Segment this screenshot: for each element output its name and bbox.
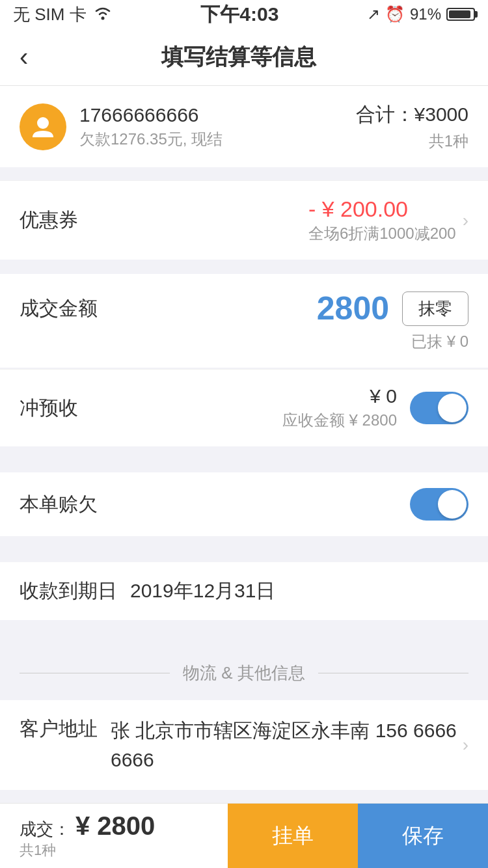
debt-label: 本单赊欠 bbox=[20, 491, 98, 518]
address-section[interactable]: 客户地址 张 北京市市辖区海淀区永丰南 156 6666 6666 › bbox=[0, 700, 488, 790]
debt-section: 本单赊欠 bbox=[0, 472, 488, 536]
precollect-amount-block: ¥ 0 应收金额 ¥ 2800 bbox=[282, 385, 397, 431]
duedate-value: 2019年12月31日 bbox=[130, 578, 275, 604]
debt-toggle-knob bbox=[438, 490, 467, 519]
status-left: 无 SIM 卡 bbox=[13, 3, 113, 26]
customer-total: 合计：¥3000 共1种 bbox=[356, 102, 468, 152]
precollect-toggle[interactable] bbox=[410, 392, 468, 424]
user-icon bbox=[30, 114, 56, 140]
precollect-right: ¥ 0 应收金额 ¥ 2800 bbox=[282, 385, 468, 431]
deal-right: 2800 抹零 bbox=[317, 290, 468, 327]
coupon-right: - ¥ 200.00 全场6折满1000减200 › bbox=[308, 197, 468, 244]
save-button[interactable]: 保存 bbox=[358, 804, 488, 868]
precollect-label: 冲预收 bbox=[20, 395, 78, 422]
precollect-row: 冲预收 ¥ 0 应收金额 ¥ 2800 bbox=[20, 385, 468, 431]
debt-toggle[interactable] bbox=[410, 488, 468, 521]
deal-label: 成交金额 bbox=[20, 295, 98, 322]
toggle-knob bbox=[438, 394, 467, 422]
address-value: 张 北京市市辖区海淀区永丰南 156 6666 6666 bbox=[111, 716, 463, 774]
section-gap-2 bbox=[0, 459, 488, 472]
nav-bar: ‹ 填写结算等信息 bbox=[0, 29, 488, 86]
svg-point-1 bbox=[37, 117, 49, 129]
deal-amount: 2800 bbox=[317, 290, 389, 327]
bottom-count: 共1种 bbox=[20, 841, 228, 860]
hold-button[interactable]: 挂单 bbox=[228, 804, 358, 868]
battery-percent: 91% bbox=[410, 5, 441, 23]
precollect-section: 冲预收 ¥ 0 应收金额 ¥ 2800 bbox=[0, 369, 488, 446]
section-gap-1 bbox=[0, 261, 488, 274]
section-gap-4 bbox=[0, 633, 488, 646]
coupon-label: 优惠券 bbox=[20, 207, 78, 234]
divider-line-left bbox=[20, 673, 170, 673]
address-label: 客户地址 bbox=[20, 716, 98, 742]
battery-icon bbox=[446, 8, 475, 21]
customer-info: 17666666666 欠款1276.35元, 现结 bbox=[79, 104, 223, 150]
precollect-amount: ¥ 0 bbox=[282, 385, 397, 407]
coupon-row[interactable]: 优惠券 - ¥ 200.00 全场6折满1000减200 › bbox=[0, 180, 488, 260]
location-icon: ↗ bbox=[367, 5, 380, 23]
customer-phone: 17666666666 bbox=[79, 104, 223, 126]
total-count: 共1种 bbox=[356, 131, 468, 152]
bottom-deal-label: 成交： bbox=[20, 818, 70, 841]
wifi-icon bbox=[93, 5, 113, 25]
customer-section: 17666666666 欠款1276.35元, 现结 合计：¥3000 共1种 bbox=[0, 86, 488, 167]
deal-row: 成交金额 2800 抹零 bbox=[20, 290, 468, 327]
divider-line-right bbox=[318, 673, 468, 673]
precollect-sub: 应收金额 ¥ 2800 bbox=[282, 410, 397, 431]
alarm-icon: ⏰ bbox=[385, 5, 405, 23]
coupon-desc: 全场6折满1000减200 bbox=[308, 223, 456, 244]
duedate-row: 收款到期日 2019年12月31日 bbox=[20, 578, 468, 604]
bottom-deal-row: 成交： ¥ 2800 bbox=[20, 811, 228, 841]
page-title: 填写结算等信息 bbox=[41, 42, 436, 72]
round-zero-button[interactable]: 抹零 bbox=[402, 292, 468, 326]
duedate-label: 收款到期日 bbox=[20, 578, 117, 604]
debt-row: 本单赊欠 bbox=[20, 488, 468, 521]
deal-sub: 已抹 ¥ 0 bbox=[20, 331, 468, 352]
customer-left: 17666666666 欠款1276.35元, 现结 bbox=[20, 103, 223, 150]
duedate-section: 收款到期日 2019年12月31日 bbox=[0, 562, 488, 620]
chevron-right-icon: › bbox=[463, 210, 468, 231]
status-bar: 无 SIM 卡 下午4:03 ↗ ⏰ 91% bbox=[0, 0, 488, 29]
bottom-deal-amount: ¥ 2800 bbox=[75, 811, 155, 841]
address-left: 客户地址 张 北京市市辖区海淀区永丰南 156 6666 6666 bbox=[20, 716, 463, 774]
status-time: 下午4:03 bbox=[200, 1, 278, 28]
back-button[interactable]: ‹ bbox=[20, 42, 41, 72]
customer-row: 17666666666 欠款1276.35元, 现结 合计：¥3000 共1种 bbox=[20, 102, 468, 152]
section-gap-3 bbox=[0, 549, 488, 562]
coupon-amount: - ¥ 200.00 bbox=[308, 197, 456, 222]
bottom-bar: 成交： ¥ 2800 共1种 挂单 保存 bbox=[0, 803, 488, 868]
address-chevron-icon: › bbox=[463, 735, 468, 755]
logistics-label: 物流 & 其他信息 bbox=[183, 662, 305, 685]
status-right: ↗ ⏰ 91% bbox=[367, 5, 475, 23]
avatar bbox=[20, 103, 66, 150]
sim-label: 无 SIM 卡 bbox=[13, 3, 87, 26]
svg-point-0 bbox=[101, 16, 104, 20]
customer-sub: 欠款1276.35元, 现结 bbox=[79, 129, 223, 150]
total-amount: 合计：¥3000 bbox=[356, 102, 468, 128]
deal-section: 成交金额 2800 抹零 已抹 ¥ 0 bbox=[0, 274, 488, 368]
bottom-summary: 成交： ¥ 2800 共1种 bbox=[0, 804, 228, 868]
logistics-divider: 物流 & 其他信息 bbox=[0, 646, 488, 700]
coupon-info: - ¥ 200.00 全场6折满1000减200 bbox=[308, 197, 456, 244]
address-row: 客户地址 张 北京市市辖区海淀区永丰南 156 6666 6666 › bbox=[20, 716, 468, 774]
